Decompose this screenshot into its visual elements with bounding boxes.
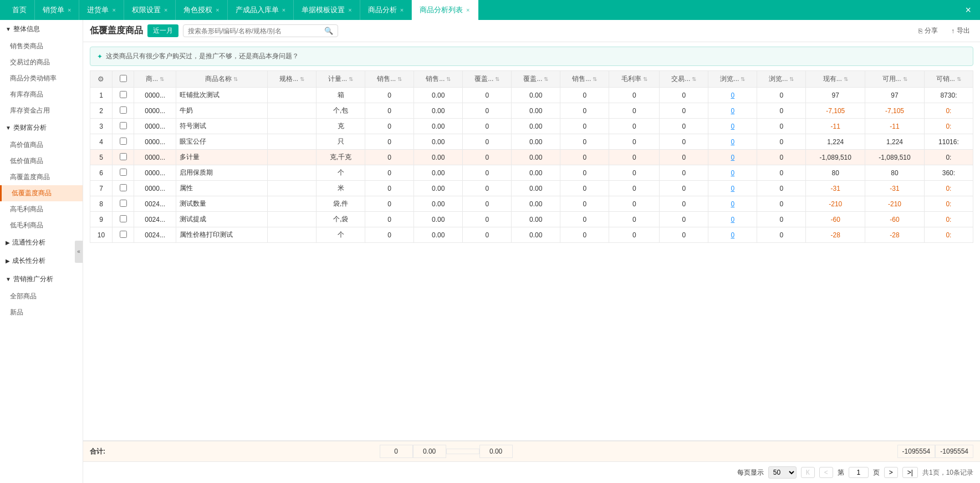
search-icon[interactable]: 🔍: [324, 27, 333, 35]
nav-tab-role[interactable]: 角色授权 ×: [176, 0, 227, 20]
row-sales1: 0: [365, 212, 414, 227]
first-page-button[interactable]: К: [801, 467, 815, 478]
row-trade: 0: [660, 227, 708, 243]
sidebar-item-low-value[interactable]: 低价值商品: [0, 153, 83, 169]
row-checkbox[interactable]: [112, 150, 134, 165]
sidebar-item-new-products[interactable]: 新品: [0, 304, 83, 321]
nav-tab-product-entry[interactable]: 产成品入库单 ×: [228, 0, 294, 20]
sidebar-item-sales-products[interactable]: 销售类商品: [0, 38, 83, 54]
col-code[interactable]: 商...⇅: [134, 71, 176, 88]
row-checkbox[interactable]: [112, 196, 134, 212]
row-browse1[interactable]: 0: [708, 165, 757, 181]
row-browse1[interactable]: 0: [708, 119, 757, 134]
row-browse1[interactable]: 0: [708, 88, 757, 103]
row-browse1[interactable]: 0: [708, 181, 757, 196]
time-filter-button[interactable]: 近一月: [147, 24, 178, 37]
row-checkbox[interactable]: [112, 165, 134, 181]
last-page-button[interactable]: >|: [902, 467, 918, 478]
sidebar-item-low-margin[interactable]: 低毛利商品: [0, 217, 83, 233]
row-browse1[interactable]: 0: [708, 227, 757, 243]
col-cover1[interactable]: 覆盖...⇅: [463, 71, 512, 88]
row-checkbox[interactable]: [112, 227, 134, 243]
sidebar-item-traded-products[interactable]: 交易过的商品: [0, 54, 83, 70]
search-input[interactable]: [188, 27, 324, 35]
nav-tab-purchase[interactable]: 进货单 ×: [79, 0, 124, 20]
sidebar-item-all-products[interactable]: 全部商品: [0, 288, 83, 304]
sidebar-section-growth[interactable]: ▶ 成长性分析: [0, 252, 83, 270]
row-browse2: 0: [757, 134, 806, 150]
col-margin[interactable]: 毛利率⇅: [609, 71, 660, 88]
sidebar-section-marketing[interactable]: ▼ 营销推广分析: [0, 270, 83, 288]
close-icon[interactable]: ×: [164, 7, 167, 13]
sidebar-item-high-margin[interactable]: 高毛利商品: [0, 201, 83, 217]
sidebar-item-high-coverage[interactable]: 高覆盖度商品: [0, 169, 83, 185]
row-checkbox[interactable]: [112, 119, 134, 134]
nav-tab-home[interactable]: 首页: [4, 0, 35, 20]
row-browse1[interactable]: 0: [708, 134, 757, 150]
nav-tab-permission[interactable]: 权限设置 ×: [124, 0, 176, 20]
sidebar-section-circulation[interactable]: ▶ 流通性分析: [0, 233, 83, 252]
row-checkbox[interactable]: [112, 88, 134, 103]
export-button[interactable]: ↑ 导出: [948, 24, 973, 37]
page-number-input[interactable]: [849, 467, 869, 478]
col-trade[interactable]: 交易...⇅: [660, 71, 708, 88]
page-size-select[interactable]: 50 20 100 200: [768, 466, 797, 479]
sidebar-item-category-rate[interactable]: 商品分类动销率: [0, 70, 83, 87]
col-available[interactable]: 可用...⇅: [865, 71, 925, 88]
row-available: -210: [865, 196, 925, 212]
close-icon[interactable]: ×: [400, 7, 404, 13]
table-row: 7 0000... 属性 米 0 0.00 0 0.00 0 0 0 0 0 -…: [90, 181, 973, 196]
col-sales1[interactable]: 销售...⇅: [365, 71, 414, 88]
sidebar-section-overall[interactable]: ▼ 整体信息: [0, 20, 83, 38]
row-code: 0000...: [134, 181, 176, 196]
share-button[interactable]: ⎘ 分享: [915, 24, 941, 37]
row-sales3: 0: [560, 181, 609, 196]
row-checkbox[interactable]: [112, 134, 134, 150]
close-icon[interactable]: ×: [282, 7, 285, 13]
col-settings[interactable]: ⚙: [90, 71, 113, 88]
sidebar-section-wealth[interactable]: ▼ 类财富分析: [0, 119, 83, 137]
col-current[interactable]: 现有...⇅: [806, 71, 865, 88]
row-checkbox[interactable]: [112, 181, 134, 196]
row-browse1[interactable]: 0: [708, 103, 757, 119]
row-checkbox[interactable]: [112, 103, 134, 119]
nav-tab-product-analysis[interactable]: 商品分析 ×: [360, 0, 412, 20]
row-browse1[interactable]: 0: [708, 212, 757, 227]
row-sales1: 0: [365, 165, 414, 181]
sidebar-item-in-stock[interactable]: 有库存商品: [0, 87, 83, 103]
row-checkbox[interactable]: [112, 212, 134, 227]
sidebar-item-high-value[interactable]: 高价值商品: [0, 137, 83, 153]
close-icon[interactable]: ×: [466, 7, 469, 13]
nav-tab-product-analysis-list[interactable]: 商品分析列表 ×: [412, 0, 478, 20]
nav-tab-sales[interactable]: 销货单 ×: [35, 0, 79, 20]
col-sales3[interactable]: 销售...⇅: [560, 71, 609, 88]
row-trade: 0: [660, 181, 708, 196]
col-unit[interactable]: 计量...⇅: [317, 71, 365, 88]
prev-page-button[interactable]: <: [819, 467, 833, 478]
close-icon[interactable]: ×: [348, 7, 351, 13]
close-icon[interactable]: ×: [216, 7, 219, 13]
col-name[interactable]: 商品名称⇅: [176, 71, 267, 88]
col-spec[interactable]: 规格...⇅: [268, 71, 317, 88]
col-browse2[interactable]: 浏览...⇅: [757, 71, 806, 88]
nav-tab-template[interactable]: 单据模板设置 ×: [294, 0, 360, 20]
row-name: 多计量: [176, 150, 267, 165]
next-page-button[interactable]: >: [884, 467, 898, 478]
col-sales2[interactable]: 销售...⇅: [414, 71, 463, 88]
col-checkbox[interactable]: [112, 71, 134, 88]
sidebar-collapse-button[interactable]: «: [75, 241, 83, 263]
col-cover2[interactable]: 覆盖...⇅: [512, 71, 560, 88]
col-saleable[interactable]: 可销...⇅: [924, 71, 973, 88]
sidebar-item-low-coverage[interactable]: 低覆盖度商品: [0, 185, 83, 201]
chevron-down-icon: ▼: [6, 125, 11, 131]
sidebar-item-stock-capital[interactable]: 库存资金占用: [0, 103, 83, 119]
row-browse1[interactable]: 0: [708, 150, 757, 165]
col-browse1[interactable]: 浏览...⇅: [708, 71, 757, 88]
pagination: 每页显示 50 20 100 200 К < 第 页 > >| 共1页，10条记…: [83, 461, 980, 483]
select-all-checkbox[interactable]: [120, 75, 127, 82]
row-current: -31: [806, 181, 865, 196]
close-icon[interactable]: ×: [68, 7, 71, 13]
row-browse1[interactable]: 0: [708, 196, 757, 212]
close-icon[interactable]: ×: [112, 7, 115, 13]
window-close-button[interactable]: ×: [961, 4, 976, 16]
